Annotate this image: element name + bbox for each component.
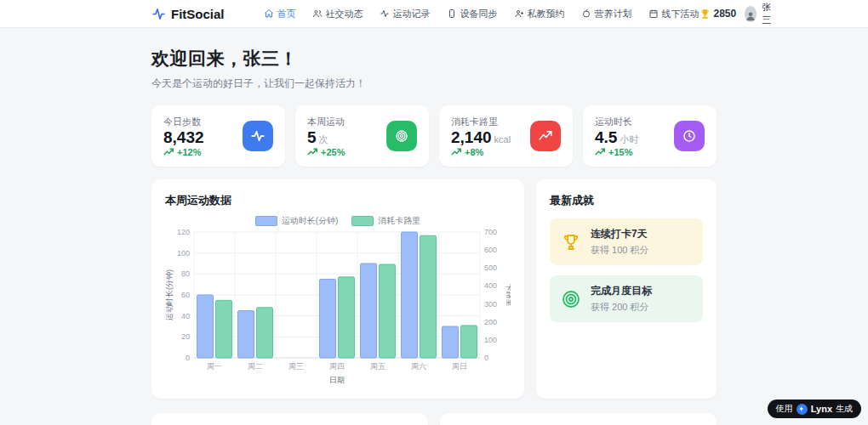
page-subtitle: 今天是个运动的好日子，让我们一起保持活力！ [151, 76, 717, 91]
trend-up-mini-icon [163, 148, 174, 156]
stat-value: 2,140kcal [451, 128, 511, 147]
achievement-item-streak: 连续打卡7天 获得 100 积分 [550, 218, 703, 265]
nutrition-icon [581, 8, 591, 19]
svg-text:400: 400 [484, 281, 497, 290]
target-icon [386, 121, 417, 151]
lynx-icon [797, 404, 808, 415]
achievement-item-monthly-goal: 完成月度目标 获得 200 积分 [550, 275, 703, 322]
svg-text:100: 100 [484, 336, 497, 344]
calendar-icon [648, 8, 659, 19]
achievement-title: 完成月度目标 [591, 284, 652, 298]
activity-logo-icon [151, 7, 166, 21]
nav-item-device-sync[interactable]: 设备同步 [447, 8, 498, 20]
achievement-title: 连续打卡7天 [591, 227, 648, 241]
stat-value: 5次 [307, 128, 345, 147]
trophy-icon [560, 231, 582, 253]
lynx-generator-badge[interactable]: 使用 Lynx 生成 [768, 400, 861, 418]
home-icon [264, 8, 274, 19]
svg-text:周一: 周一 [207, 362, 222, 371]
svg-text:200: 200 [484, 318, 497, 326]
stat-card-weekly-workouts: 本周运动 5次 +25% [295, 105, 429, 167]
nav-label: 首页 [277, 8, 296, 20]
stat-trend: +25% [307, 147, 345, 157]
weekly-bar-chart[interactable]: 0204060801001200100200300400500600700周一周… [165, 227, 511, 385]
stat-card-calories: 消耗卡路里 2,140kcal +8% [439, 105, 573, 167]
nav-item-records[interactable]: 运动记录 [380, 8, 431, 20]
stat-label: 运动时长 [595, 116, 638, 128]
achievement-points: 获得 200 积分 [591, 301, 652, 314]
svg-text:日期: 日期 [329, 376, 345, 384]
smartphone-icon [447, 8, 457, 19]
points-value: 2850 [714, 8, 737, 20]
nav-item-social[interactable]: 社交动态 [312, 8, 363, 20]
chart-legend: 运动时长(分钟)消耗卡路里 [165, 215, 511, 227]
nav-item-offline-events[interactable]: 线下活动 [648, 8, 700, 20]
user-menu[interactable]: 张三 [745, 1, 775, 26]
nav-label: 运动记录 [393, 8, 431, 20]
brand-name: FitSocial [171, 7, 225, 21]
avatar [745, 6, 757, 22]
stat-card-steps: 今日步数 8,432 +12% [151, 105, 285, 167]
legend-swatch [255, 216, 277, 226]
svg-text:300: 300 [484, 300, 497, 309]
nav-item-coach-booking[interactable]: 私教预约 [514, 8, 565, 20]
svg-text:80: 80 [181, 269, 190, 278]
stat-trend: +15% [595, 147, 638, 157]
svg-text:100: 100 [177, 249, 190, 258]
stat-card-duration: 运动时长 4.5小时 +15% [583, 105, 717, 167]
page-title: 欢迎回来，张三！ [151, 47, 717, 71]
svg-text:0: 0 [484, 354, 488, 362]
target-icon [560, 288, 582, 310]
stat-label: 消耗卡路里 [451, 116, 511, 128]
legend-swatch [351, 216, 374, 226]
person-silhouette-icon [745, 9, 757, 22]
svg-text:周六: 周六 [411, 362, 426, 371]
svg-text:120: 120 [177, 228, 190, 236]
points-counter[interactable]: 2850 [700, 8, 737, 20]
user-name: 张三 [762, 1, 775, 26]
svg-text:500: 500 [484, 264, 497, 272]
stats-row: 今日步数 8,432 +12% 本周运动 5次 +25% [151, 105, 717, 167]
svg-text:周四: 周四 [329, 362, 345, 371]
trending-up-icon [530, 121, 561, 151]
nav-item-nutrition[interactable]: 营养计划 [581, 8, 632, 20]
brand-logo[interactable]: FitSocial [151, 7, 225, 21]
svg-text:60: 60 [181, 291, 190, 299]
stat-value: 8,432 [163, 128, 204, 147]
svg-text:周二: 周二 [248, 362, 263, 371]
stat-value: 4.5小时 [595, 128, 638, 147]
nav-label: 私教预约 [528, 8, 565, 20]
trend-up-mini-icon [451, 148, 461, 156]
achievements-title: 最新成就 [550, 193, 703, 208]
chart-title: 本周运动数据 [165, 193, 511, 208]
main-nav: 首页 社交动态 运动记录 设备同步 私教预约 营养计划 [264, 8, 700, 20]
weekly-chart-card: 本周运动数据 运动时长(分钟)消耗卡路里 0204060801001200100… [151, 179, 524, 399]
welcome-section: 欢迎回来，张三！ 今天是个运动的好日子，让我们一起保持活力！ [151, 47, 717, 91]
recent-activities-card: 最近活动 查看全部 [151, 413, 428, 425]
badge-suffix: 生成 [836, 403, 853, 415]
trend-up-mini-icon [307, 148, 317, 156]
svg-text:0: 0 [186, 354, 190, 362]
svg-text:600: 600 [484, 246, 497, 254]
svg-text:700: 700 [484, 228, 497, 236]
nav-label: 线下活动 [662, 8, 700, 20]
stat-trend: +12% [163, 147, 204, 157]
svg-text:周五: 周五 [370, 362, 385, 371]
navbar: FitSocial 首页 社交动态 运动记录 设备同步 私教预约 [0, 0, 868, 28]
nav-label: 社交动态 [326, 8, 363, 20]
stat-label: 今日步数 [163, 116, 204, 128]
legend-item[interactable]: 消耗卡路里 [351, 215, 420, 227]
badge-brand: Lynx [811, 404, 832, 414]
svg-text:周日: 周日 [452, 362, 467, 371]
user-plus-icon [514, 8, 524, 19]
trend-up-mini-icon [595, 148, 605, 156]
trophy-icon [700, 8, 711, 20]
users-icon [312, 8, 323, 19]
upcoming-events-card: 即将参加 查看全部 [440, 413, 717, 425]
achievement-points: 获得 100 积分 [591, 244, 648, 257]
stat-label: 本周运动 [307, 116, 345, 128]
nav-item-home[interactable]: 首页 [264, 8, 296, 20]
svg-text:卡路里: 卡路里 [505, 284, 511, 307]
legend-item[interactable]: 运动时长(分钟) [255, 215, 339, 227]
svg-text:40: 40 [181, 312, 190, 320]
